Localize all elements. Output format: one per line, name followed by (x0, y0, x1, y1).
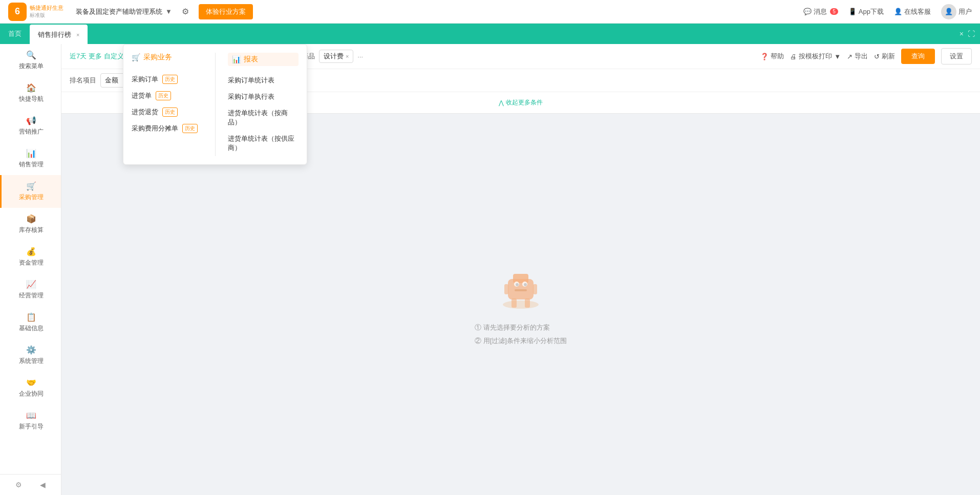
sidebar-item-inventory[interactable]: 📦 库存核算 (0, 208, 61, 241)
menu-item-inbound-stat-supplier[interactable]: 进货单统计表（按供应商） (228, 131, 299, 156)
goods-dots[interactable]: ··· (357, 53, 363, 60)
more-link[interactable]: 更多 (89, 52, 102, 61)
system-title: 装备及固定资产辅助管理系统 ▼ (76, 7, 172, 16)
export-icon: ↗ (847, 53, 853, 60)
menu-item-expense[interactable]: 采购费用分摊单 历史 (132, 120, 203, 137)
sidebar-item-guide[interactable]: 📖 新手引导 (0, 404, 61, 437)
help-icon: ❓ (760, 53, 769, 60)
avatar: 👤 (941, 4, 956, 19)
query-btn[interactable]: 查询 (901, 49, 935, 64)
sidebar-item-sales[interactable]: 📊 销售管理 (0, 142, 61, 175)
hist-badge-0: 历史 (162, 75, 178, 84)
sidebar-bottom: ⚙ ◀ (0, 474, 61, 495)
menu-item-order-exec[interactable]: 采购订单执行表 (228, 89, 299, 105)
tab-close-icon[interactable]: × (76, 32, 79, 38)
tip2-icon: ② (475, 337, 481, 345)
menu-item-inbound-stat-goods[interactable]: 进货单统计表（按商品） (228, 105, 299, 131)
sidebar-settings-btn[interactable]: ⚙ (15, 481, 22, 489)
sidebar-item-purchase[interactable]: 🛒 采购管理 (0, 175, 61, 208)
menu-divider (215, 53, 216, 156)
collapse-up-icon: ⋀ (499, 99, 504, 106)
print-btn[interactable]: 🖨 按模板打印 ▼ (790, 52, 841, 61)
hist-badge-3: 历史 (182, 124, 198, 133)
custom-link[interactable]: 自定义 (104, 52, 124, 61)
hist-badge-2: 历史 (162, 107, 178, 117)
tab-window-controls: × ⛶ (960, 30, 980, 38)
sidebar-collapse-btn[interactable]: ◀ (40, 481, 46, 489)
content-area: ① 请先选择要分析的方案 ② 用[过滤]条件来缩小分析范围 (61, 114, 980, 495)
menu-item-order-stat[interactable]: 采购订单统计表 (228, 72, 299, 89)
user-btn[interactable]: 👤 用户 (941, 4, 972, 19)
sidebar-item-system[interactable]: ⚙️ 系统管理 (0, 339, 61, 372)
goods-filter: 商品 设计费 × ··· (302, 50, 363, 63)
window-max-icon[interactable]: ⛶ (968, 30, 975, 38)
logo-text-block: 畅捷通好生意 标准版 (30, 4, 63, 18)
menu-item-inbound[interactable]: 进货单 历史 (132, 88, 203, 104)
report-col-title: 📊 报表 (228, 53, 299, 66)
svg-point-5 (516, 283, 519, 286)
svg-rect-11 (525, 298, 530, 308)
export-btn[interactable]: ↗ 导出 (847, 52, 868, 61)
refresh-btn[interactable]: ↺ 刷新 (874, 52, 895, 61)
sidebar-item-finance[interactable]: 💰 资金管理 (0, 241, 61, 273)
logo-char: 6 (15, 6, 20, 17)
sidebar-item-nav[interactable]: 🏠 快捷导航 (0, 77, 61, 110)
sidebar-item-cooperation[interactable]: 🤝 企业协同 (0, 372, 61, 404)
service-icon: 👤 (894, 8, 902, 15)
empty-tip-1: ① 请先选择要分析的方案 (475, 323, 567, 332)
online-service-btn[interactable]: 👤 在线客服 (894, 7, 931, 16)
svg-point-0 (503, 300, 539, 309)
topbar: 6 畅捷通好生意 标准版 装备及固定资产辅助管理系统 ▼ ⚙ 体验行业方案 💬 … (0, 0, 980, 24)
marketing-icon: 📢 (26, 116, 36, 125)
search-icon: 🔍 (26, 50, 36, 60)
logo-area: 6 畅捷通好生意 标准版 (8, 3, 70, 21)
sidebar: 🔍 搜索菜单 🏠 快捷导航 📢 营销推广 📊 销售管理 🛒 采购管理 📦 库存核… (0, 44, 61, 495)
empty-illustration (490, 264, 551, 315)
operation-icon: 📈 (26, 279, 36, 289)
inventory-icon: 📦 (26, 214, 36, 224)
help-btn[interactable]: ❓ 帮助 (760, 52, 784, 61)
sidebar-item-marketing[interactable]: 📢 营销推广 (0, 110, 61, 142)
tab-sales-rank[interactable]: 销售排行榜 × (30, 25, 88, 45)
phone-icon: 📱 (848, 8, 857, 15)
logo-icon: 6 (8, 3, 27, 21)
guide-icon: 📖 (26, 411, 36, 420)
logo-badge: 标准版 (30, 12, 63, 19)
menu-columns: 🛒 采购业务 采购订单 历史 进货单 历史 进货退货 (132, 53, 299, 156)
logo-text: 畅捷通好生意 (30, 4, 63, 11)
empty-tips: ① 请先选择要分析的方案 ② 用[过滤]条件来缩小分析范围 (475, 323, 567, 346)
svg-rect-2 (513, 274, 528, 283)
goods-tag[interactable]: 设计费 × (319, 50, 353, 63)
print-arrow[interactable]: ▼ (834, 53, 841, 60)
window-close-icon[interactable]: × (960, 30, 964, 38)
system-title-dropdown[interactable]: ▼ (165, 8, 172, 15)
topbar-settings-icon[interactable]: ⚙ (178, 5, 193, 19)
report-col-icon: 📊 (232, 55, 241, 63)
menu-item-purchase-order[interactable]: 采购订单 历史 (132, 71, 203, 88)
topbar-right: 💬 消息 5 📱 App下载 👤 在线客服 👤 用户 (803, 4, 972, 19)
settings-btn[interactable]: 设置 (941, 48, 972, 64)
goods-tag-close[interactable]: × (346, 53, 349, 59)
sidebar-item-operation[interactable]: 📈 经营管理 (0, 273, 61, 306)
purchase-icon: 🛒 (26, 181, 36, 191)
system-icon: ⚙️ (26, 345, 36, 355)
refresh-icon: ↺ (874, 53, 880, 60)
layout: 🔍 搜索菜单 🏠 快捷导航 📢 营销推广 📊 销售管理 🛒 采购管理 📦 库存核… (0, 44, 980, 495)
recent-days-link[interactable]: 近7天 (70, 52, 87, 61)
main-content: 近7天 更多 自定义 2024-01-01 ~ 2024-12-31 单据状态 … (61, 44, 980, 495)
basic-icon: 📋 (26, 312, 36, 322)
sidebar-item-basic[interactable]: 📋 基础信息 (0, 306, 61, 339)
experience-btn[interactable]: 体验行业方案 (199, 4, 253, 19)
empty-tip-2: ② 用[过滤]条件来缩小分析范围 (475, 336, 567, 346)
purchase-dropdown-menu: 🛒 采购业务 采购订单 历史 进货单 历史 进货退货 (123, 44, 307, 165)
sales-icon: 📊 (26, 148, 36, 158)
home-icon: 🏠 (26, 83, 36, 93)
sidebar-item-search[interactable]: 🔍 搜索菜单 (0, 44, 61, 77)
message-btn[interactable]: 💬 消息 5 (803, 7, 838, 16)
cooperation-icon: 🤝 (26, 378, 36, 388)
message-icon: 💬 (803, 8, 812, 15)
tab-home[interactable]: 首页 (0, 24, 30, 44)
app-download-btn[interactable]: 📱 App下载 (848, 7, 884, 16)
svg-point-6 (524, 283, 527, 286)
menu-item-return[interactable]: 进货退货 历史 (132, 104, 203, 120)
